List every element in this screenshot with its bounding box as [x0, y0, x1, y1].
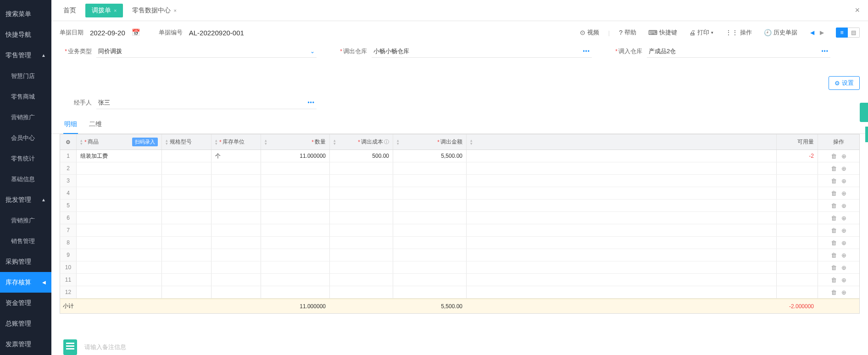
video-button[interactable]: ⊙视频: [577, 28, 602, 37]
col-unit[interactable]: ▴▾*库存单位: [211, 134, 261, 150]
view-card[interactable]: ▤: [848, 28, 860, 38]
table-row[interactable]: 8🗑⊕: [60, 237, 859, 249]
field-out-warehouse[interactable]: *调出仓库 小畅小畅仓库•••: [335, 45, 592, 58]
table-row[interactable]: 9🗑⊕: [60, 249, 859, 261]
table-row[interactable]: 7🗑⊕: [60, 224, 859, 237]
doc-date-value[interactable]: 2022-09-20: [90, 29, 125, 37]
sidebar-item-2[interactable]: 零售管理▲: [0, 45, 51, 66]
tab-0[interactable]: 首页: [57, 4, 83, 17]
sidebar-item-13[interactable]: 库存核算◀: [0, 272, 51, 293]
col-qty[interactable]: ▴▾*数量: [261, 134, 330, 150]
right-edge-handle[interactable]: [865, 127, 868, 142]
add-row-icon[interactable]: ⊕: [841, 289, 846, 296]
form-row-2: 经手人 张三•••: [51, 96, 868, 116]
scan-input-button[interactable]: 扫码录入: [132, 138, 158, 146]
sidebar-item-11[interactable]: 销售管理: [0, 231, 51, 251]
add-row-icon[interactable]: ⊕: [841, 215, 846, 222]
col-ops: 操作: [818, 134, 859, 150]
delete-row-icon[interactable]: 🗑: [831, 215, 837, 222]
tab-detail[interactable]: 明细: [63, 117, 78, 134]
field-biz-type[interactable]: *业务类型 同价调拨⌄: [60, 45, 317, 58]
col-spec[interactable]: ▴▾规格型号: [162, 134, 211, 150]
delete-row-icon[interactable]: 🗑: [831, 165, 837, 172]
notes-icon[interactable]: [63, 339, 77, 355]
delete-row-icon[interactable]: 🗑: [831, 239, 837, 246]
more-icon[interactable]: •••: [821, 48, 829, 55]
history-button[interactable]: 🕘历史单据: [761, 28, 800, 37]
sidebar-item-1[interactable]: 快捷导航: [0, 24, 51, 45]
table-row[interactable]: 3🗑⊕: [60, 175, 859, 187]
table-row[interactable]: 4🗑⊕: [60, 187, 859, 200]
field-in-warehouse[interactable]: *调入仓库 产成品2仓•••: [610, 45, 830, 58]
add-row-icon[interactable]: ⊕: [841, 252, 846, 259]
col-amt[interactable]: ▴▾*调出金额: [393, 134, 467, 150]
table-row[interactable]: 6🗑⊕: [60, 212, 859, 224]
tab-2[interactable]: 零售数据中心×: [126, 4, 183, 17]
add-row-icon[interactable]: ⊕: [841, 178, 846, 184]
table-row[interactable]: 10🗑⊕: [60, 261, 859, 274]
delete-row-icon[interactable]: 🗑: [831, 202, 837, 209]
tab-1[interactable]: 调拨单×: [85, 4, 123, 17]
caret-icon: ◀: [42, 280, 46, 285]
calendar-icon[interactable]: 📅: [132, 28, 140, 37]
hotkey-button[interactable]: ⌨快捷键: [645, 28, 680, 37]
sidebar-item-6[interactable]: 会员中心: [0, 128, 51, 148]
sidebar-item-14[interactable]: 资金管理: [0, 293, 51, 313]
table-row[interactable]: 12🗑⊕: [60, 286, 859, 299]
print-button[interactable]: 🖨打印▾: [686, 28, 716, 37]
table-row[interactable]: 5🗑⊕: [60, 200, 859, 212]
sidebar-item-10[interactable]: 营销推广: [0, 210, 51, 231]
more-icon[interactable]: •••: [307, 100, 315, 106]
more-icon[interactable]: •••: [583, 48, 590, 55]
add-row-icon[interactable]: ⊕: [841, 277, 846, 283]
tab-2d[interactable]: 二维: [88, 117, 103, 133]
delete-row-icon[interactable]: 🗑: [831, 153, 837, 160]
subtotal-amt: 5,500.00: [393, 299, 467, 313]
col-cost[interactable]: ▴▾*调出成本ⓘ: [330, 134, 393, 150]
sidebar-item-12[interactable]: 采购管理: [0, 251, 51, 272]
col-product[interactable]: ▴▾*商品 扫码录入: [77, 134, 162, 150]
info-icon[interactable]: ⓘ: [384, 139, 389, 145]
field-handler[interactable]: 经手人 张三•••: [60, 96, 317, 109]
add-row-icon[interactable]: ⊕: [841, 190, 846, 197]
delete-row-icon[interactable]: 🗑: [831, 190, 837, 197]
sidebar-item-5[interactable]: 营销推广: [0, 107, 51, 128]
close-icon[interactable]: ×: [173, 8, 176, 13]
column-config[interactable]: ⚙: [60, 134, 77, 150]
delete-row-icon[interactable]: 🗑: [831, 252, 837, 259]
add-row-icon[interactable]: ⊕: [841, 202, 846, 209]
sidebar-item-4[interactable]: 零售商城: [0, 86, 51, 107]
delete-row-icon[interactable]: 🗑: [831, 178, 837, 184]
delete-row-icon[interactable]: 🗑: [831, 264, 837, 271]
close-icon[interactable]: ×: [114, 8, 117, 13]
history-prev[interactable]: ◀: [808, 28, 816, 37]
table-row[interactable]: 11🗑⊕: [60, 274, 859, 286]
remark-input[interactable]: 请输入备注信息: [84, 340, 856, 354]
sidebar-item-3[interactable]: 智慧门店: [0, 66, 51, 86]
sidebar-item-16[interactable]: 发票管理: [0, 334, 51, 355]
col-avail[interactable]: 可用量: [777, 134, 818, 150]
table-row[interactable]: 1组装加工费个11.000000500.005,500.00-2🗑⊕: [60, 150, 859, 162]
delete-row-icon[interactable]: 🗑: [831, 277, 837, 283]
sidebar-item-7[interactable]: 零售统计: [0, 148, 51, 169]
add-row-icon[interactable]: ⊕: [841, 153, 846, 160]
sidebar-item-9[interactable]: 批发管理▲: [0, 189, 51, 210]
sidebar-item-8[interactable]: 基础信息: [0, 169, 51, 189]
remark-row: 请输入备注信息: [51, 333, 868, 355]
ops-button[interactable]: ⋮⋮操作: [723, 28, 755, 37]
add-row-icon[interactable]: ⊕: [841, 165, 846, 172]
table-row[interactable]: 2🗑⊕: [60, 162, 859, 175]
close-all-tabs[interactable]: ×: [855, 6, 860, 15]
sidebar-item-15[interactable]: 总账管理: [0, 313, 51, 334]
view-list[interactable]: ≡: [836, 28, 848, 38]
add-row-icon[interactable]: ⊕: [841, 264, 846, 271]
delete-row-icon[interactable]: 🗑: [831, 227, 837, 234]
settings-button[interactable]: ⚙设置: [829, 76, 860, 90]
add-row-icon[interactable]: ⊕: [841, 227, 846, 234]
history-next[interactable]: ▶: [818, 28, 826, 37]
sidebar-item-0[interactable]: 搜索菜单: [0, 4, 51, 24]
add-row-icon[interactable]: ⊕: [841, 239, 846, 246]
delete-row-icon[interactable]: 🗑: [831, 289, 837, 296]
help-button[interactable]: ?帮助: [616, 28, 639, 37]
right-edge-tab[interactable]: [860, 103, 868, 122]
